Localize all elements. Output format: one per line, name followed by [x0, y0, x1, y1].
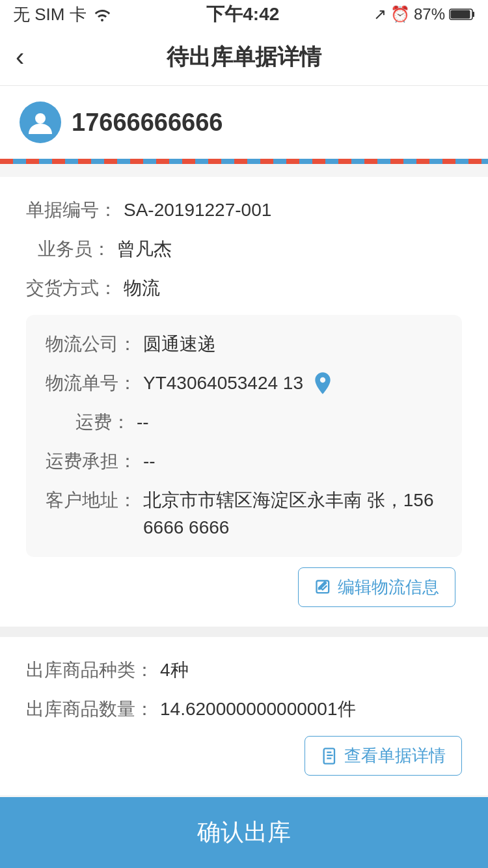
- goods-quantity-label: 出库商品数量：: [26, 696, 154, 723]
- goods-type-value: 4种: [160, 657, 462, 684]
- carrier-text: 无 SIM 卡: [13, 3, 87, 26]
- logistics-freightbear-label: 运费承担：: [46, 448, 137, 475]
- goods-section: 出库商品种类： 4种 出库商品数量： 14.620000000000001件 查…: [0, 637, 488, 795]
- logistics-company-label: 物流公司：: [46, 331, 137, 358]
- salesman-label: 业务员：: [26, 236, 111, 263]
- logistics-freight-label: 运费：: [46, 409, 130, 436]
- logistics-tracking-row: 物流单号： YT43064053424 13: [46, 370, 442, 397]
- alarm-icon: ⏰: [390, 5, 410, 23]
- status-left: 无 SIM 卡: [13, 3, 113, 26]
- order-info-section: 单据编号： SA-20191227-001 业务员： 曾凡杰 交货方式： 物流 …: [0, 177, 488, 627]
- battery-icon: [449, 8, 475, 21]
- battery-text: 87%: [414, 5, 445, 23]
- edit-icon: [314, 578, 332, 597]
- bottom-area: 确认出库: [0, 797, 488, 868]
- tracking-row: YT43064053424 13: [137, 370, 336, 397]
- logistics-company-value: 圆通速递: [143, 331, 442, 358]
- view-detail-container: 查看单据详情: [26, 736, 462, 776]
- view-detail-label: 查看单据详情: [344, 744, 446, 767]
- logistics-tracking-value: YT43064053424 13: [143, 370, 303, 397]
- delivery-value: 物流: [124, 275, 462, 302]
- navigation-bar: ‹ 待出库单据详情: [0, 29, 488, 86]
- document-label: 单据编号：: [26, 197, 117, 224]
- back-button[interactable]: ‹: [16, 42, 24, 72]
- svg-point-3: [35, 113, 46, 124]
- svg-rect-1: [472, 12, 474, 17]
- document-icon: [321, 747, 339, 765]
- logistics-address-label: 客户地址：: [46, 487, 137, 514]
- document-row: 单据编号： SA-20191227-001: [26, 197, 462, 224]
- salesman-row: 业务员： 曾凡杰: [26, 236, 462, 263]
- goods-quantity-row: 出库商品数量： 14.620000000000001件: [26, 696, 462, 723]
- logistics-freight-value: --: [137, 409, 442, 436]
- logistics-tracking-label: 物流单号：: [46, 370, 137, 397]
- delivery-label: 交货方式：: [26, 275, 117, 302]
- tracking-location-icon[interactable]: [310, 370, 336, 396]
- status-bar: 无 SIM 卡 下午4:42 ↗ ⏰ 87%: [0, 0, 488, 29]
- document-value: SA-20191227-001: [124, 197, 462, 224]
- logistics-freight-row: 运费： --: [46, 409, 442, 436]
- status-time: 下午4:42: [206, 2, 279, 27]
- edit-logistics-button[interactable]: 编辑物流信息: [298, 567, 455, 607]
- dashed-separator: [0, 159, 488, 164]
- svg-rect-2: [450, 10, 470, 19]
- edit-logistics-container: 编辑物流信息: [26, 557, 462, 607]
- goods-type-label: 出库商品种类：: [26, 657, 154, 684]
- goods-quantity-value: 14.620000000000001件: [160, 696, 462, 723]
- logistics-company-row: 物流公司： 圆通速递: [46, 331, 442, 358]
- logistics-address-value: 北京市市辖区海淀区永丰南 张，156 6666 6666: [143, 487, 442, 541]
- logistics-card: 物流公司： 圆通速递 物流单号： YT43064053424 13 运费： --…: [26, 315, 462, 557]
- wifi-icon: [92, 7, 113, 21]
- avatar-icon: [27, 109, 53, 135]
- customer-avatar: [20, 102, 61, 143]
- logistics-freightbear-row: 运费承担： --: [46, 448, 442, 475]
- goods-type-row: 出库商品种类： 4种: [26, 657, 462, 684]
- logistics-freightbear-value: --: [143, 448, 442, 475]
- status-right: ↗ ⏰ 87%: [373, 5, 475, 23]
- salesman-value: 曾凡杰: [117, 236, 462, 263]
- location-status-icon: ↗: [373, 5, 386, 23]
- delivery-row: 交货方式： 物流: [26, 275, 462, 302]
- confirm-button[interactable]: 确认出库: [0, 797, 488, 868]
- customer-phone: 17666666666: [72, 109, 223, 137]
- page-title: 待出库单据详情: [167, 42, 321, 72]
- customer-header: 17666666666: [0, 86, 488, 159]
- view-detail-button[interactable]: 查看单据详情: [305, 736, 462, 776]
- logistics-address-row: 客户地址： 北京市市辖区海淀区永丰南 张，156 6666 6666: [46, 487, 442, 541]
- section-divider: [0, 627, 488, 637]
- edit-logistics-label: 编辑物流信息: [338, 576, 439, 599]
